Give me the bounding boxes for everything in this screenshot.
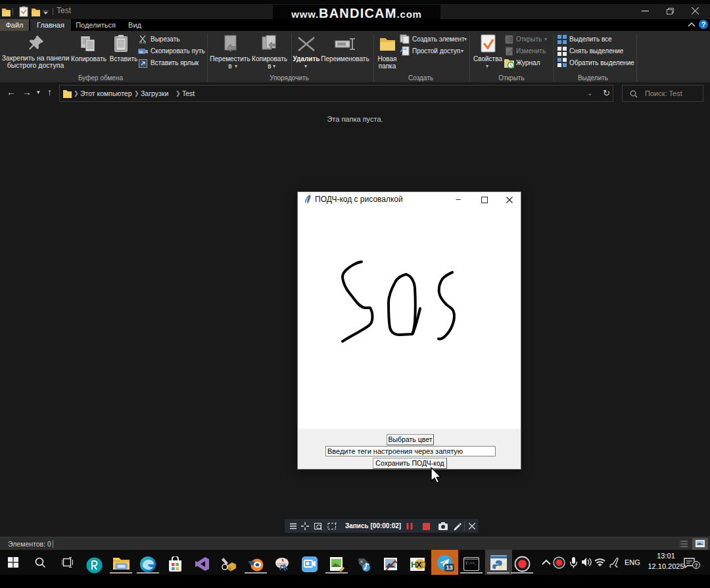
svg-text:7: 7 (695, 562, 698, 569)
svg-text:D: D (421, 560, 425, 570)
svg-text:C:\>_: C:\>_ (466, 561, 477, 566)
svg-text:W..: W.. (139, 50, 145, 54)
